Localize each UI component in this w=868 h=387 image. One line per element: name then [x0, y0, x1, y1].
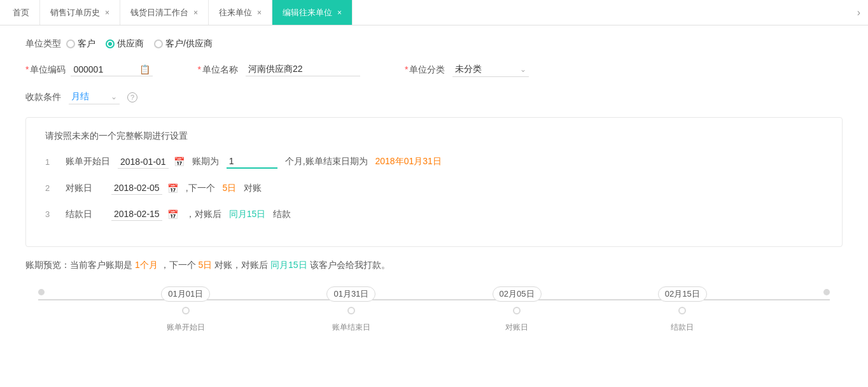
settings-row-2: 2 对账日 2018-02-05 📅 ,下一个 5日 对账 [45, 181, 823, 195]
preview-section: 账期预览：当前客户账期是 1个月 ，下一个 5日 对账，对账后 同月15日 该客… [25, 260, 843, 271]
payment-terms-row: 收款条件 月结 ⌄ ? [25, 90, 843, 104]
unit-category-arrow: ⌄ [520, 65, 526, 74]
timeline-label-4: 结款日 [671, 322, 694, 333]
timeline: 01月01日 账单开始日 01月31日 账单结束日 02月05日 对账日 02月… [25, 286, 843, 333]
payment-prefix: ，对账后 [186, 209, 221, 220]
unit-code-icon[interactable]: 📋 [139, 64, 150, 74]
period-end-date: 2018年01月31日 [375, 156, 442, 167]
period-suffix: 个月,账单结束日期为 [285, 156, 368, 167]
unit-category-select[interactable]: 未分类 ⌄ [452, 62, 529, 77]
tab-partner-units[interactable]: 往来单位 × [209, 0, 272, 25]
row-num-3: 3 [45, 209, 58, 219]
unit-code-label: *单位编码 [25, 64, 66, 76]
timeline-dot-1 [182, 307, 190, 314]
tab-scroll-right[interactable]: › [850, 7, 868, 18]
radio-supplier[interactable]: 供应商 [106, 38, 144, 50]
tab-edit-partner-label: 编辑往来单位 [283, 7, 332, 18]
tab-edit-partner-close[interactable]: × [337, 8, 342, 17]
radio-supplier-label: 供应商 [117, 38, 144, 50]
payment-terms-field: 收款条件 月结 ⌄ ? [25, 90, 137, 104]
unit-type-row: 单位类型 客户 供应商 客户/供应商 [25, 38, 843, 50]
preview-period: 1个月 [135, 260, 158, 270]
settings-box: 请按照未来的一个完整帐期进行设置 1 账单开始日 2018-01-01 📅 账期… [25, 117, 843, 247]
timeline-badge-4: 02月15日 [658, 286, 707, 302]
payment-date-input: 2018-02-15 📅 [111, 208, 178, 221]
radio-customer-circle [66, 39, 75, 48]
timeline-label-1: 账单开始日 [167, 322, 205, 333]
unit-code-input[interactable] [73, 64, 137, 74]
main-content: 单位类型 客户 供应商 客户/供应商 *单位编码 [0, 25, 868, 387]
start-date-calendar[interactable]: 📅 [174, 157, 185, 167]
preview-day2: 同月15日 [270, 260, 307, 270]
unit-name-field: *单位名称 [197, 63, 360, 76]
timeline-badge-2: 01月31日 [326, 286, 375, 302]
timeline-label-3: 对账日 [505, 322, 528, 333]
unit-info-row: *单位编码 📋 *单位名称 *单位分类 未分类 ⌄ [25, 62, 843, 77]
tab-cash-work-close[interactable]: × [193, 8, 198, 17]
timeline-point-1: 01月01日 账单开始日 [161, 286, 210, 333]
payment-date-value: 2018-02-15 [111, 208, 162, 221]
timeline-badge-1: 01月01日 [161, 286, 210, 302]
reconcile-date-calendar[interactable]: 📅 [167, 183, 178, 194]
radio-customer[interactable]: 客户 [66, 38, 95, 50]
tab-sales-history-label: 销售订单历史 [50, 7, 100, 18]
tab-bar: 首页 销售订单历史 × 钱货日清工作台 × 往来单位 × 编辑往来单位 × › [0, 0, 868, 25]
preview-day1: 5日 [198, 260, 212, 270]
tab-sales-history[interactable]: 销售订单历史 × [40, 0, 120, 25]
radio-both-circle [154, 39, 163, 48]
payment-terms-label: 收款条件 [25, 92, 61, 103]
timeline-point-2: 01月31日 账单结束日 [326, 286, 375, 333]
reconcile-suffix: 对账 [244, 183, 262, 194]
tab-cash-work[interactable]: 钱货日清工作台 × [120, 0, 209, 25]
radio-both-label: 客户/供应商 [165, 38, 213, 50]
payment-terms-value: 月结 [71, 91, 106, 102]
timeline-badge-3: 02月05日 [493, 286, 542, 302]
unit-category-value: 未分类 [455, 64, 515, 75]
unit-name-input[interactable] [246, 63, 360, 76]
row-label-3: 结款日 [66, 209, 104, 220]
tab-sales-history-close[interactable]: × [105, 8, 109, 17]
unit-type-field: 单位类型 客户 供应商 客户/供应商 [25, 38, 213, 50]
payment-suffix: 结款 [273, 209, 291, 220]
preview-suffix: 该客户会给我打款。 [310, 260, 390, 270]
start-date-value: 2018-01-01 [118, 155, 169, 169]
unit-category-field: *单位分类 未分类 ⌄ [405, 62, 529, 77]
radio-both[interactable]: 客户/供应商 [154, 38, 213, 50]
start-date-input: 2018-01-01 📅 [118, 155, 185, 169]
row-label-1: 账单开始日 [66, 156, 110, 167]
payment-terms-arrow: ⌄ [111, 92, 117, 101]
row-label-2: 对账日 [66, 183, 104, 194]
row-num-1: 1 [45, 157, 58, 167]
radio-supplier-circle [106, 39, 115, 48]
reconcile-date-input: 2018-02-05 📅 [111, 181, 178, 195]
preview-prefix: 账期预览：当前客户账期是 [25, 260, 132, 270]
tab-home[interactable]: 首页 [0, 0, 40, 25]
payment-terms-select[interactable]: 月结 ⌄ [69, 90, 120, 104]
payment-date-calendar[interactable]: 📅 [167, 209, 178, 220]
unit-type-radio-group: 客户 供应商 客户/供应商 [66, 38, 213, 50]
tab-edit-partner[interactable]: 编辑往来单位 × [272, 0, 353, 25]
timeline-dot-2 [347, 307, 355, 314]
tab-partner-units-label: 往来单位 [219, 7, 252, 18]
preview-mid1: ，下一个 [160, 260, 196, 270]
settings-title: 请按照未来的一个完整帐期进行设置 [45, 130, 823, 142]
timeline-point-3: 02月05日 对账日 [493, 286, 542, 333]
unit-type-label: 单位类型 [25, 38, 61, 50]
tab-partner-units-close[interactable]: × [257, 8, 262, 17]
settings-row-1: 1 账单开始日 2018-01-01 📅 账期为 个月,账单结束日期为 2018… [45, 155, 823, 169]
timeline-label-2: 账单结束日 [332, 322, 370, 333]
timeline-dot-3 [513, 307, 521, 314]
timeline-dot-4 [678, 307, 686, 314]
unit-category-label: *单位分类 [405, 64, 445, 76]
period-input[interactable] [227, 155, 277, 169]
reconcile-date-value: 2018-02-05 [111, 181, 162, 195]
payment-highlight-day: 同月15日 [229, 209, 266, 220]
preview-mid2: 对账，对账后 [214, 260, 268, 270]
unit-name-label: *单位名称 [197, 64, 237, 76]
reconcile-highlight-day: 5日 [223, 183, 237, 194]
row-num-2: 2 [45, 183, 58, 193]
period-prefix: 账期为 [192, 156, 219, 167]
payment-terms-help[interactable]: ? [127, 92, 137, 102]
unit-code-input-wrapper: 📋 [71, 63, 153, 76]
timeline-point-4: 02月15日 结款日 [658, 286, 707, 333]
